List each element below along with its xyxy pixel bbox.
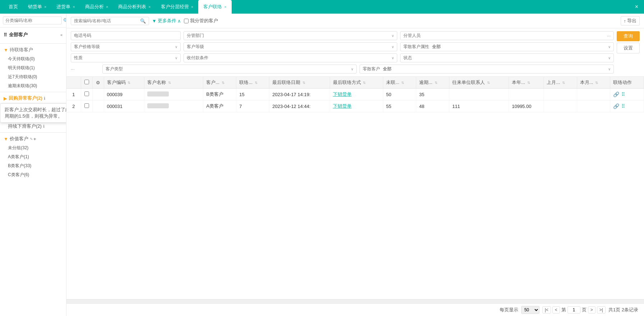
more-conditions-btn[interactable]: ▼ 更多条件 ∧ (152, 18, 181, 24)
filter-phone[interactable]: 电话号码 (71, 31, 181, 40)
sort-icon-12: ⇅ (595, 81, 598, 85)
filter-customer-type[interactable]: 客户类型 ∨ (102, 65, 357, 74)
col-header-settings[interactable]: ⚙ (92, 77, 104, 89)
nav-product-analysis[interactable]: 商品分析 × (80, 0, 113, 14)
sidebar-item-7day-pending[interactable]: 近7天待联络(0) (0, 72, 66, 81)
cell-action-2: 🔗 ⠿ (610, 100, 644, 112)
sidebar-item-class-a[interactable]: A类客户(1) (0, 152, 66, 161)
search-button[interactable]: 🔍 (140, 18, 146, 24)
page-number-input[interactable] (567, 306, 580, 313)
sidebar-item-declining[interactable]: 持续下滑客户(2) ℹ (0, 122, 66, 131)
action-contact-icon-2[interactable]: 🔗 (613, 103, 619, 109)
sidebar-group-pending-contact[interactable]: ▼ 待联络客户 (0, 45, 66, 55)
col-header-check[interactable] (81, 77, 92, 89)
window-close-button[interactable]: × (635, 4, 638, 10)
page-label: 第 (561, 307, 566, 313)
ellipsis-icon: ··· (607, 33, 611, 38)
last-page-btn[interactable]: >| (597, 306, 606, 313)
sidebar-group-value-customer[interactable]: ▼ 价值客户 ✎ + (0, 134, 66, 143)
sidebar-search-input[interactable] (3, 16, 62, 24)
filter-payment[interactable]: 收付款条件 ∨ (184, 53, 397, 62)
nav-product-analysis-list[interactable]: 商品分析列表 × (113, 0, 156, 14)
filter-person[interactable]: 分管人员 ··· (400, 31, 614, 40)
cell-this-month-2 (577, 100, 610, 112)
nav-customer-contact[interactable]: 客户联络 × (198, 0, 231, 14)
filter-price-grade[interactable]: 客户价格等级 ∨ (71, 42, 181, 51)
per-page-select[interactable]: 50 100 200 (521, 306, 539, 314)
tooltip-text: 距客户上次交易时长，超过了此客户的平均交易周期的1.5倍，则视为异常。 (5, 107, 66, 119)
my-customer-checkbox[interactable] (184, 19, 189, 23)
action-contact-icon-1[interactable]: 🔗 (613, 91, 619, 97)
col-header-last-method: 最后联络方式 ⇅ (330, 77, 383, 89)
page-unit: 页 (582, 307, 587, 313)
sidebar-item-class-b[interactable]: B类客户(33) (0, 161, 66, 170)
nav-home[interactable]: 首页 (4, 0, 23, 14)
add-icon[interactable]: + (33, 136, 36, 142)
cell-last-method-2[interactable]: 下销货单 (330, 100, 383, 112)
cell-check-1[interactable] (81, 89, 92, 100)
horizontal-scrollbar[interactable] (66, 299, 644, 303)
sort-icon-8: ⇅ (435, 81, 437, 85)
filter-nature[interactable]: 性质 ∨ (71, 53, 181, 62)
dropdown-arrow-icon-4: ∨ (608, 45, 611, 49)
cell-code-1: 000039 (104, 89, 144, 100)
sidebar-group-repurchase-abnormal[interactable]: ▶ 回购异常客户(2) ℹ (0, 94, 66, 103)
nav-purchase[interactable]: 进货单 × (51, 0, 80, 14)
sidebar-item-today-pending[interactable]: 今天待联络(0) (0, 55, 66, 63)
search-input[interactable] (74, 18, 139, 23)
filter-status[interactable]: 状态 ∨ (400, 53, 614, 62)
sidebar-item-class-c[interactable]: C类客户(6) (0, 170, 66, 179)
next-page-btn[interactable]: > (588, 306, 596, 313)
filter-retail-attr[interactable]: 零散客户属性 全部 ∨ (400, 42, 614, 51)
filter-retail-customer[interactable]: 零散客户 全部 ∨ (360, 65, 614, 74)
cell-check-2[interactable] (81, 100, 92, 112)
first-page-btn[interactable]: |< (542, 306, 551, 313)
my-customer-checkbox-area[interactable]: 我分管的客户 (184, 18, 218, 24)
query-button[interactable]: 查询 (617, 31, 640, 41)
active-indicator: ▶ (4, 96, 7, 101)
nav-customer-tier[interactable]: 客户分层经营 × (156, 0, 198, 14)
sidebar-search-icon[interactable]: 🔍 (63, 18, 66, 23)
close-icon-active[interactable]: × (224, 5, 226, 9)
close-icon[interactable]: × (148, 5, 150, 9)
filter-dept[interactable]: 分管部门 ∨ (184, 31, 397, 40)
sort-icon-5: ⇅ (302, 81, 305, 85)
export-button[interactable]: ↑ 导出 (621, 16, 640, 25)
col-header-type: 客户... ⇅ (203, 77, 236, 89)
close-icon[interactable]: × (191, 5, 193, 9)
cell-type-2: A类客户 (203, 100, 236, 112)
expand-more-btn[interactable]: ··· (71, 66, 99, 72)
dropdown-arrow-icon-8: ∨ (351, 67, 353, 71)
edit-icon[interactable]: ✎ (30, 137, 33, 141)
sidebar-item-tomorrow-pending[interactable]: 明天待联络(1) (0, 63, 66, 72)
nav-sales[interactable]: 销货单 × (23, 0, 51, 14)
cell-settings-1 (92, 89, 104, 100)
content-area: 🔍 ▼ 更多条件 ∧ 我分管的客户 ↑ 导出 (66, 14, 644, 316)
row-checkbox-1[interactable] (84, 91, 89, 96)
col-header-last-date: 最后联络日期 ⇅ (269, 77, 330, 89)
cell-name-1 (144, 89, 203, 100)
prev-page-btn[interactable]: < (552, 306, 560, 313)
close-icon[interactable]: × (73, 5, 75, 9)
cell-last-month-2 (544, 100, 577, 112)
col-header-num (66, 77, 81, 89)
settings-button[interactable]: 设置 (617, 43, 640, 53)
sidebar-item-overdue-contact[interactable]: 逾期未联络(30) (0, 81, 66, 90)
sort-icon-2: ⇅ (168, 81, 171, 85)
row-checkbox-2[interactable] (84, 103, 89, 108)
dropdown-arrow-icon-2: ∨ (175, 45, 177, 49)
action-more-icon-2[interactable]: ⠿ (621, 103, 625, 109)
filter-customer-grade[interactable]: 客户等级 ∨ (184, 42, 397, 51)
filter-icon: ▼ (152, 18, 157, 24)
sidebar-all-customers[interactable]: ⠿ 全部客户 « (0, 30, 66, 40)
action-more-icon-1[interactable]: ⠿ (621, 91, 625, 97)
cell-last-method-1[interactable]: 下销货单 (330, 89, 383, 100)
cell-contact-person-1 (449, 89, 509, 100)
customer-name-blurred-2 (147, 103, 169, 108)
col-header-contact-person: 往来单位联系人 ⇅ (449, 77, 509, 89)
sidebar-item-ungrouped[interactable]: 未分组(32) (0, 143, 66, 152)
sidebar-collapse-btn[interactable]: « (60, 33, 62, 37)
close-icon[interactable]: × (106, 5, 108, 9)
close-icon[interactable]: × (44, 5, 46, 9)
select-all-checkbox[interactable] (84, 80, 89, 84)
